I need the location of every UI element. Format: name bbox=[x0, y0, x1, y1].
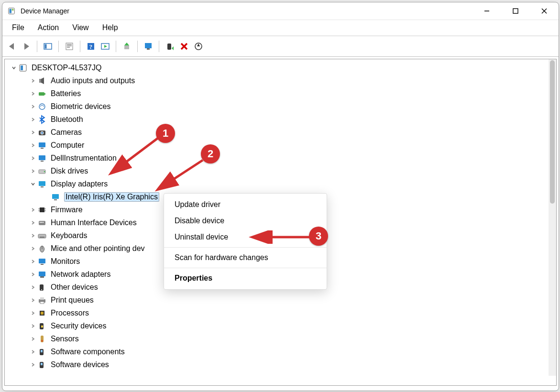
tree-item-label: Software components bbox=[51, 348, 125, 356]
tree-item[interactable]: Sensors bbox=[8, 332, 547, 345]
tree-item[interactable]: Disk drives bbox=[8, 164, 547, 177]
tree-item[interactable]: Processors bbox=[8, 306, 547, 319]
tree-item[interactable]: Bluetooth bbox=[8, 113, 547, 126]
scroll-thumb[interactable] bbox=[550, 60, 555, 204]
tree-item[interactable]: Display adapters bbox=[8, 177, 547, 190]
scan-hardware-button[interactable] bbox=[192, 40, 205, 53]
expand-icon[interactable] bbox=[29, 336, 37, 342]
tree-item[interactable]: Cameras bbox=[8, 126, 547, 139]
toolbar: ? bbox=[2, 36, 559, 57]
expand-icon[interactable] bbox=[29, 297, 37, 303]
expand-icon[interactable] bbox=[29, 220, 37, 226]
menu-help[interactable]: Help bbox=[97, 22, 124, 33]
svg-rect-62 bbox=[40, 237, 44, 238]
menu-file[interactable]: File bbox=[6, 22, 30, 33]
hid-icon bbox=[37, 218, 47, 228]
expand-icon[interactable] bbox=[29, 246, 37, 251]
software-icon bbox=[37, 360, 47, 370]
svg-rect-51 bbox=[54, 199, 57, 200]
svg-text:?: ? bbox=[89, 43, 93, 50]
expand-icon[interactable] bbox=[29, 362, 37, 368]
tree-item[interactable]: Software components bbox=[8, 345, 547, 358]
help-button[interactable]: ? bbox=[84, 40, 98, 53]
expand-icon[interactable] bbox=[29, 130, 37, 135]
expand-icon[interactable] bbox=[29, 117, 37, 122]
expand-icon[interactable] bbox=[29, 168, 37, 174]
expand-icon[interactable] bbox=[29, 91, 37, 97]
toolbar-separator bbox=[58, 41, 59, 52]
action-pane-button[interactable] bbox=[99, 40, 112, 53]
expand-icon[interactable] bbox=[29, 284, 37, 290]
expand-icon[interactable] bbox=[10, 65, 18, 71]
speaker-icon bbox=[37, 76, 47, 86]
annotation-arrow-2 bbox=[153, 157, 210, 196]
tree-item-label: Bluetooth bbox=[51, 115, 83, 124]
ctx-disable-device[interactable]: Disable device bbox=[164, 213, 327, 229]
vertical-scrollbar[interactable] bbox=[549, 59, 556, 376]
tree-item[interactable]: Computer bbox=[8, 139, 547, 152]
svg-rect-30 bbox=[21, 65, 23, 70]
device-manager-window: Device Manager File Action View Help bbox=[2, 2, 559, 391]
sensor-icon bbox=[37, 334, 47, 344]
svg-rect-67 bbox=[39, 272, 45, 276]
expand-icon[interactable] bbox=[29, 310, 37, 316]
tree-item[interactable]: DellInstrumentation bbox=[8, 152, 547, 164]
tree-item-label: Human Interface Devices bbox=[51, 218, 137, 227]
expand-icon[interactable] bbox=[29, 349, 37, 355]
nav-forward-button[interactable] bbox=[20, 40, 33, 53]
close-button[interactable] bbox=[530, 2, 559, 20]
tree-item-label: Computer bbox=[51, 141, 84, 150]
svg-rect-34 bbox=[44, 93, 45, 95]
tree-item[interactable]: Audio inputs and outputs bbox=[8, 74, 547, 87]
expand-icon[interactable] bbox=[29, 142, 37, 148]
ctx-update-driver[interactable]: Update driver bbox=[164, 196, 327, 213]
uninstall-device-button[interactable] bbox=[177, 40, 191, 53]
tree-item-label: Print queues bbox=[51, 296, 94, 305]
expand-icon[interactable] bbox=[29, 155, 37, 161]
tree-item-label: Processors bbox=[51, 309, 89, 317]
tree-item-label: Monitors bbox=[51, 257, 80, 266]
svg-rect-60 bbox=[43, 222, 44, 223]
tree-item-label: Biometric devices bbox=[51, 102, 110, 111]
expand-icon[interactable] bbox=[29, 323, 37, 329]
expand-icon[interactable] bbox=[29, 78, 37, 84]
tree-item-label: Batteries bbox=[51, 89, 81, 98]
properties-button[interactable] bbox=[63, 40, 76, 53]
svg-rect-43 bbox=[41, 148, 44, 149]
expand-icon[interactable] bbox=[29, 272, 37, 277]
tree-root[interactable]: DESKTOP-4L537JQ bbox=[8, 61, 547, 74]
collapse-icon[interactable] bbox=[29, 181, 37, 187]
expand-icon[interactable] bbox=[29, 104, 37, 109]
svg-line-87 bbox=[159, 160, 203, 189]
svg-marker-24 bbox=[172, 46, 174, 50]
svg-rect-12 bbox=[67, 44, 72, 45]
svg-rect-13 bbox=[67, 45, 72, 46]
tree-item-label: Other devices bbox=[51, 283, 98, 292]
expand-icon[interactable] bbox=[29, 233, 37, 239]
enable-device-button[interactable] bbox=[142, 40, 155, 53]
tree-item-label: Cameras bbox=[51, 128, 82, 137]
tree-item[interactable]: Print queues bbox=[8, 294, 547, 306]
menu-view[interactable]: View bbox=[66, 22, 94, 33]
menu-action[interactable]: Action bbox=[32, 22, 65, 33]
maximize-button[interactable] bbox=[501, 2, 530, 20]
expand-icon[interactable] bbox=[29, 259, 37, 264]
tree-item[interactable]: Software devices bbox=[8, 358, 547, 371]
ctx-scan-hardware[interactable]: Scan for hardware changes bbox=[164, 250, 327, 266]
tree-item[interactable]: Biometric devices bbox=[8, 100, 547, 113]
svg-rect-52 bbox=[40, 207, 44, 212]
tree-item[interactable]: Batteries bbox=[8, 87, 547, 100]
bluetooth-icon bbox=[37, 115, 47, 124]
disable-device-button[interactable] bbox=[163, 40, 176, 53]
update-driver-button[interactable] bbox=[120, 40, 133, 53]
nav-back-button[interactable] bbox=[5, 40, 19, 53]
show-hide-console-tree-button[interactable] bbox=[41, 40, 55, 53]
tree-item[interactable]: Security devices bbox=[8, 319, 547, 332]
expand-icon[interactable] bbox=[29, 207, 37, 213]
minimize-button[interactable] bbox=[472, 2, 501, 20]
display-icon bbox=[37, 179, 47, 189]
tree-item-label: Audio inputs and outputs bbox=[51, 76, 135, 85]
svg-rect-58 bbox=[40, 222, 41, 223]
ctx-properties[interactable]: Properties bbox=[164, 270, 327, 286]
mouse-icon bbox=[37, 244, 47, 253]
